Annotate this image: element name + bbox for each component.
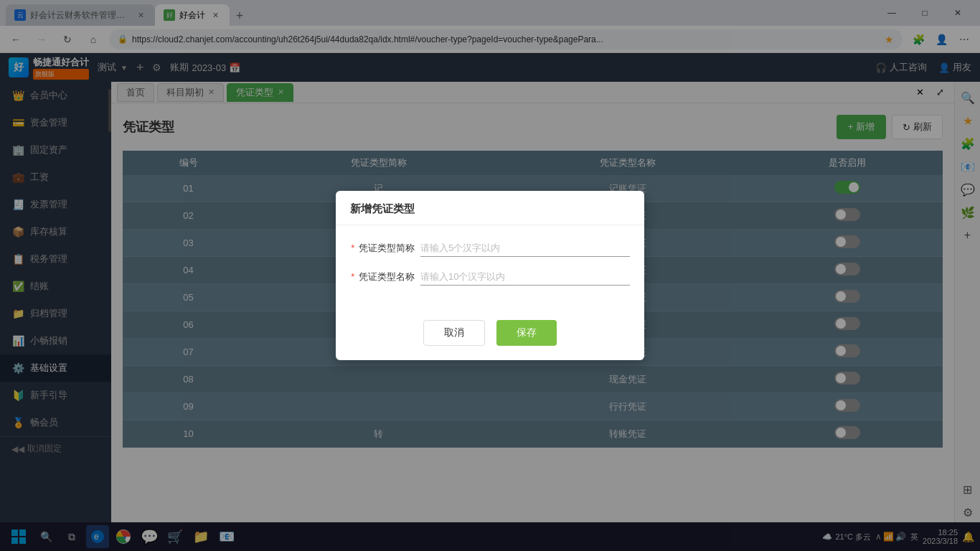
modal-footer: 取消 保存 xyxy=(336,311,644,360)
save-button[interactable]: 保存 xyxy=(496,320,557,346)
required-marker-2: * xyxy=(351,271,354,282)
modal-header: 新增凭证类型 xyxy=(336,191,644,225)
form-row-short: * 凭证类型简称 xyxy=(350,240,630,257)
name-label-text: 凭证类型名称 xyxy=(359,271,415,282)
cancel-button[interactable]: 取消 xyxy=(423,320,485,346)
modal-dialog: 新增凭证类型 * 凭证类型简称 * 凭证类型名称 取消 保存 xyxy=(336,191,644,360)
modal-overlay: 新增凭证类型 * 凭证类型简称 * 凭证类型名称 取消 保存 xyxy=(0,0,980,551)
short-input[interactable] xyxy=(420,240,630,257)
modal-body: * 凭证类型简称 * 凭证类型名称 xyxy=(336,225,644,311)
name-input[interactable] xyxy=(420,268,630,286)
short-label: * 凭证类型简称 xyxy=(350,242,415,255)
modal-title: 新增凭证类型 xyxy=(350,202,415,215)
required-marker-1: * xyxy=(351,242,354,253)
form-row-name: * 凭证类型名称 xyxy=(350,268,630,286)
short-label-text: 凭证类型简称 xyxy=(359,242,415,253)
name-label: * 凭证类型名称 xyxy=(350,270,415,283)
